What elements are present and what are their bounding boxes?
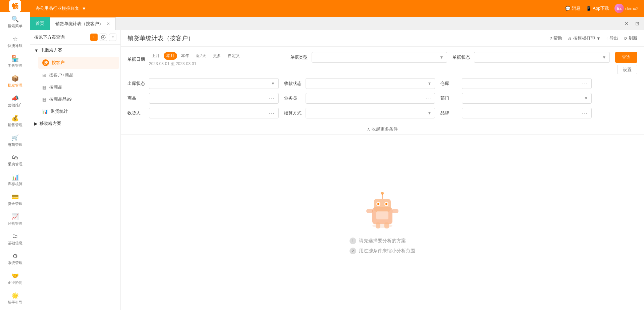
template-print-button[interactable]: 🖨 按模板打印 ▼ xyxy=(568,35,601,41)
scheme-group-mobile: ▶ 移动端方案 xyxy=(30,118,120,129)
sidebar-item-retail[interactable]: 🏪 零售管理 xyxy=(0,52,30,71)
sidebar-item-label: 批发管理 xyxy=(8,83,22,88)
sidebar-item-ecommerce[interactable]: 🛒 电商管理 xyxy=(0,131,30,151)
page-title-bar: 销货单统计表（按客户） ? 帮助 🖨 按模板打印 ▼ ↑ 导出 xyxy=(121,30,644,47)
chart-icon: 📊 xyxy=(11,173,19,181)
date-tab-this-month[interactable]: 本月 xyxy=(164,52,177,60)
sidebar-item-sales[interactable]: 💰 销售管理 xyxy=(0,111,30,131)
tab-home[interactable]: 首页 xyxy=(30,17,50,30)
empty-hints: 1 请先选择要分析的方案 2 用过滤条件来缩小分析范围 xyxy=(350,238,415,254)
setting-button[interactable]: 设置 xyxy=(617,65,637,74)
close-tab-icon[interactable]: ✕ xyxy=(107,21,110,26)
box-icon: 📦 xyxy=(11,75,19,82)
salesperson-label: 业务员 xyxy=(284,95,303,101)
sidebar-item-search[interactable]: 🔍 搜索菜单 xyxy=(0,12,30,32)
sidebar-item-finance[interactable]: 💳 资金管理 xyxy=(0,190,30,210)
message-button[interactable]: 💬 消息 xyxy=(565,5,581,11)
out-status-select[interactable]: ▼ xyxy=(149,78,279,89)
header-right: 💬 消息 📱 App下载 Ea demo2 xyxy=(565,4,639,13)
scheme-item-return-stats[interactable]: 📊 退货统计 xyxy=(38,106,119,117)
brand-dots-icon: ··· xyxy=(582,110,588,116)
scheme-item-by-product[interactable]: ▦ 按商品 xyxy=(38,82,119,93)
edit-scheme-button[interactable] xyxy=(100,34,107,41)
svg-rect-5 xyxy=(374,199,391,212)
sidebar-item-basic[interactable]: 🗂 基础信息 xyxy=(0,229,30,249)
product-picker[interactable]: ··· xyxy=(149,93,279,104)
sidebar-item-quick-nav[interactable]: ☆ 快捷导航 xyxy=(0,32,30,52)
sidebar-item-label: 电商管理 xyxy=(8,142,22,147)
scheme-group-desktop-title[interactable]: ▼ 电脑端方案 xyxy=(30,45,120,56)
add-scheme-button[interactable]: + xyxy=(90,34,98,41)
export-button[interactable]: ↑ 导出 xyxy=(606,35,619,41)
settlement-select[interactable]: ▼ xyxy=(306,108,435,118)
warehouse-picker[interactable]: ··· xyxy=(462,78,592,89)
help-button[interactable]: ? 帮助 xyxy=(549,35,562,41)
date-tab-this-year[interactable]: 本年 xyxy=(178,52,192,60)
receipt-status-select[interactable]: ▼ xyxy=(306,78,435,89)
content-panel: 销货单统计表（按客户） ? 帮助 🖨 按模板打印 ▼ ↑ 导出 xyxy=(121,30,644,310)
date-tab-custom[interactable]: 自定义 xyxy=(225,52,243,60)
sidebar-item-wholesale[interactable]: 📦 批发管理 xyxy=(0,71,30,91)
sidebar-item-label: 企业协同 xyxy=(8,280,22,285)
query-button[interactable]: 查询 xyxy=(615,52,637,63)
scheme-item-by-customer[interactable]: 按 按客户 xyxy=(38,57,119,69)
help-label: 帮助 xyxy=(553,35,562,41)
export-icon: ↑ xyxy=(606,36,608,41)
dept-chevron-icon: ▼ xyxy=(584,96,588,101)
sidebar-item-marketing[interactable]: 📣 营销推广 xyxy=(0,91,30,111)
restore-window-button[interactable]: ⊡ xyxy=(633,19,641,28)
sidebar-item-label: 资金管理 xyxy=(8,201,22,206)
ops-icon: 📈 xyxy=(11,213,19,220)
customer-scheme-icon: 按 xyxy=(42,59,49,66)
grid-icon: ⊞ xyxy=(42,72,46,78)
header-dropdown-icon[interactable]: ▼ xyxy=(82,6,86,11)
handshake-icon: 🤝 xyxy=(11,272,19,279)
tabs-bar: 首页 销货单统计表（按客户） ✕ ✕ ⊡ xyxy=(30,17,644,30)
avatar: Ea xyxy=(614,4,624,13)
svg-rect-14 xyxy=(376,211,388,219)
sidebar-item-label: 营销推广 xyxy=(8,103,22,108)
dept-select[interactable]: ▼ xyxy=(462,93,592,104)
sidebar-item-enterprise[interactable]: 🤝 企业协同 xyxy=(0,269,30,289)
scheme-item-by-customer-product[interactable]: ⊞ 按客户+商品 xyxy=(38,69,119,81)
sidebar-item-newbie[interactable]: 🌟 新手引导 xyxy=(0,289,30,308)
star-icon: ☆ xyxy=(12,35,18,43)
warehouse-label: 仓库 xyxy=(440,81,459,87)
scheme-item-label: 按商品 xyxy=(49,84,62,90)
table2-icon: ▦ xyxy=(42,97,47,102)
edit-icon xyxy=(101,35,106,40)
receiver-picker[interactable]: ··· xyxy=(149,108,279,118)
sidebar-menu: 🔍 搜索菜单 ☆ 快捷导航 🏪 零售管理 📦 批发管理 📣 营销推广 💰 销售管… xyxy=(0,12,30,310)
tab-sales-stats[interactable]: 销货单统计表（按客户） ✕ xyxy=(50,17,116,30)
date-tab-7days[interactable]: 近7天 xyxy=(193,52,209,60)
sidebar-item-app-center[interactable]: 📱 应用中心 xyxy=(0,308,30,310)
doc-type-select[interactable]: ▼ xyxy=(312,52,447,63)
sidebar-item-purchase[interactable]: 🛍 采购管理 xyxy=(0,151,30,170)
doc-status-select[interactable]: ▼ xyxy=(474,52,610,63)
app-download-button[interactable]: 📱 App下载 xyxy=(586,5,609,11)
user-profile[interactable]: Ea demo2 xyxy=(614,4,639,13)
purchase-icon: 🛍 xyxy=(12,154,18,161)
scheme-group-mobile-title[interactable]: ▶ 移动端方案 xyxy=(30,118,120,129)
collapse-schemes-button[interactable]: « xyxy=(109,34,116,41)
collapse-arrow-icon: ▼ xyxy=(34,48,39,53)
sidebar-item-inventory[interactable]: 📊 库存核算 xyxy=(0,170,30,190)
title-actions: ? 帮助 🖨 按模板打印 ▼ ↑ 导出 ↺ 刷新 xyxy=(549,35,637,45)
date-tab-last-month[interactable]: 上月 xyxy=(149,52,162,60)
collapse-bar[interactable]: ∧ 收起更多条件 xyxy=(121,124,644,135)
sidebar-item-label: 新手引导 xyxy=(8,300,22,305)
scheme-item-by-product-99[interactable]: ▦ 按商品品99 xyxy=(38,94,119,105)
svg-point-8 xyxy=(377,203,379,205)
collapse-label: 收起更多条件 xyxy=(372,126,398,132)
sidebar-item-system[interactable]: ⚙ 系统管理 xyxy=(0,249,30,269)
industry-title: 办公用品行业模拟账套 xyxy=(36,5,79,11)
close-window-button[interactable]: ✕ xyxy=(623,19,631,28)
date-tab-more[interactable]: 更多 xyxy=(210,52,224,60)
salesperson-picker[interactable]: ··· xyxy=(306,93,435,104)
collapse-button[interactable]: ∧ 收起更多条件 xyxy=(367,126,398,132)
sidebar-item-operations[interactable]: 📈 经营管理 xyxy=(0,210,30,229)
brand-picker[interactable]: ··· xyxy=(462,108,592,118)
refresh-button[interactable]: ↺ 刷新 xyxy=(624,35,637,41)
logo-text: 畅 xyxy=(12,2,18,11)
logo-icon: 畅 xyxy=(9,0,21,12)
